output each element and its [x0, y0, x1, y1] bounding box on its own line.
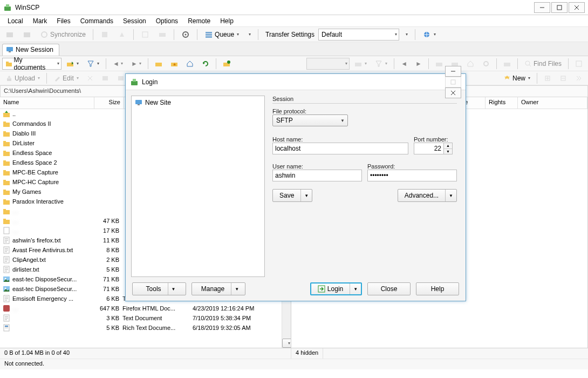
remote-filter-button[interactable]: ▾ [372, 58, 391, 70]
menu-remote[interactable]: Remote [183, 16, 215, 26]
port-input[interactable] [414, 143, 444, 154]
minimize-button[interactable] [534, 2, 550, 13]
menu-options[interactable]: Options [152, 16, 182, 26]
toolbar-icon-3[interactable] [97, 29, 112, 40]
remote-fwd-button[interactable]: ► [412, 58, 425, 70]
file-icon [2, 294, 11, 303]
file-size: 11 KB [94, 237, 122, 244]
file-name: Paradox Interactive [12, 198, 94, 205]
toolbar-icon-4[interactable] [114, 29, 129, 40]
port-spin-down[interactable]: ▼ [444, 149, 452, 154]
transfer-settings-extra[interactable]: ▾ [401, 29, 411, 40]
remote-drive-combo[interactable]: ▾ [306, 58, 350, 70]
file-name: east-tec DisposeSecur... [12, 276, 94, 282]
file-icon [2, 129, 11, 138]
toolbar-icon-2[interactable] [19, 29, 35, 40]
file-row[interactable]: 5 KBRich Text Docume...6/18/2019 9:32:05… [0, 323, 291, 333]
site-new-site[interactable]: New Site [133, 98, 263, 107]
menu-files[interactable]: Files [52, 16, 74, 26]
file-size: 71 KB [94, 276, 122, 282]
local-fwd-button[interactable]: ► ▾ [128, 58, 145, 70]
col-name[interactable]: Name [0, 97, 94, 109]
app-icon [3, 3, 12, 12]
svg-rect-29 [436, 63, 442, 66]
file-size: 5 KB [94, 325, 122, 331]
remote-refresh-icon[interactable] [479, 58, 493, 70]
local-refresh-icon[interactable] [199, 58, 213, 70]
synchronize-button[interactable]: Synchronize [37, 29, 89, 40]
local-folder-2-icon[interactable]: ★ [167, 58, 181, 70]
svg-point-27 [227, 60, 230, 64]
login-button[interactable]: Login▼ [310, 282, 362, 295]
edit-x-icon[interactable] [84, 72, 97, 84]
help-button[interactable]: Help [416, 282, 459, 295]
protocol-select[interactable]: SFTP▼ [272, 114, 348, 126]
manage-button[interactable]: Manage▼ [192, 282, 245, 295]
pass-input[interactable] [367, 170, 457, 181]
status-right: 4 hidden [291, 348, 323, 359]
login-button-row: Tools▼ Manage▼ Login▼ Close Help [126, 277, 466, 301]
tools-button[interactable]: Tools▼ [132, 282, 186, 295]
connection-icon[interactable]: ▾ [419, 29, 439, 40]
svg-rect-19 [9, 51, 11, 52]
local-filter-button[interactable]: ▾ [84, 58, 102, 70]
file-size: 17 KB [94, 227, 122, 234]
menu-session[interactable]: Session [119, 16, 151, 26]
local-parent-button[interactable]: ▾ [63, 58, 82, 70]
menu-help[interactable]: Help [216, 16, 238, 26]
remote-back-button[interactable]: ◄ [398, 58, 411, 70]
edit-extra1-icon[interactable] [98, 72, 112, 84]
toolbar-icon-6[interactable] [155, 29, 170, 40]
rcol-owner[interactable]: Owner [518, 97, 587, 109]
right-extra1-icon[interactable] [541, 72, 555, 84]
upload-button[interactable]: Upload▾ [2, 72, 43, 84]
find-files-button[interactable]: Find Files [521, 58, 565, 70]
local-bookmark-icon[interactable] [220, 58, 234, 70]
local-home-icon[interactable] [183, 58, 197, 70]
new-button[interactable]: New▾ [500, 72, 534, 84]
file-icon [2, 139, 11, 147]
remote-home-icon[interactable] [463, 58, 477, 70]
rcol-rights[interactable]: Rights [486, 97, 518, 109]
site-list[interactable]: New Site [131, 96, 265, 277]
login-minimize-button[interactable] [445, 66, 461, 77]
menu-local[interactable]: Local [3, 16, 28, 26]
file-name: MPC-BE Capture [12, 169, 94, 176]
maximize-button[interactable] [551, 2, 568, 13]
remote-parent-button[interactable]: ▾ [351, 58, 370, 70]
save-button[interactable]: Save▼ [272, 189, 312, 202]
file-row[interactable]: …647 KBFirefox HTML Doc...4/23/2019 12:1… [0, 303, 291, 313]
login-dialog: Login New Site Session File protocol: SF… [125, 73, 466, 301]
queue-dropdown-extra[interactable]: ▾ [244, 29, 254, 40]
user-input[interactable] [272, 170, 362, 181]
port-spin-up[interactable]: ▲ [444, 143, 452, 149]
queue-button[interactable]: Queue▾ [201, 29, 242, 40]
svg-rect-36 [7, 78, 11, 81]
advanced-button[interactable]: Advanced...▼ [398, 189, 457, 202]
toolbar-icon-1[interactable] [2, 29, 17, 40]
remote-bookmark-icon[interactable] [500, 58, 514, 70]
transfer-settings-combo[interactable]: Default▾ [318, 29, 399, 40]
gear-icon[interactable] [178, 29, 193, 40]
file-icon [2, 236, 11, 245]
toolbar-icon-5[interactable] [138, 29, 153, 40]
svg-rect-57 [3, 171, 10, 176]
right-extra2-icon[interactable] [556, 72, 570, 84]
host-input[interactable] [272, 143, 408, 154]
edit-button[interactable]: Edit▾ [50, 72, 82, 84]
remote-extra-icon[interactable] [572, 58, 586, 70]
file-row[interactable]: 3 KBText Document7/10/2019 5:38:34 PM [0, 313, 291, 323]
new-session-tab[interactable]: New Session [2, 44, 59, 56]
local-back-button[interactable]: ◄ ▾ [110, 58, 126, 70]
col-size[interactable]: Size [94, 97, 124, 109]
close-button[interactable] [569, 2, 585, 13]
menu-commands[interactable]: Commands [76, 16, 118, 26]
menu-mark[interactable]: Mark [29, 16, 52, 26]
menubar: Local Mark Files Commands Session Option… [0, 15, 588, 27]
local-folder-1-icon[interactable] [152, 58, 166, 70]
right-extra3-icon[interactable] [572, 72, 586, 84]
close-dialog-button[interactable]: Close [367, 282, 411, 295]
local-drive-combo[interactable]: My documents▾ [2, 58, 61, 70]
svg-point-31 [484, 62, 488, 66]
svg-point-8 [42, 32, 47, 37]
